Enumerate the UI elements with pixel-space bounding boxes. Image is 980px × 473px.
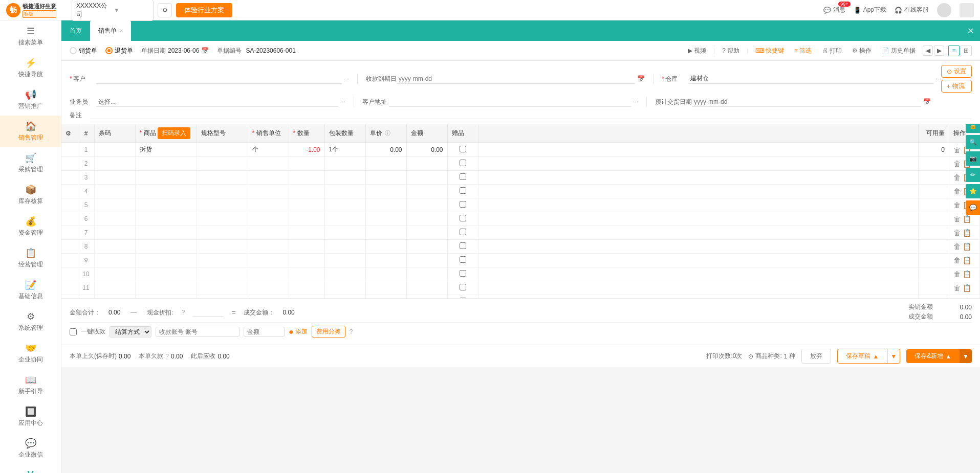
gift-checkbox[interactable] bbox=[460, 146, 466, 152]
sidebar-item-wechat[interactable]: 💬 企业微信 bbox=[0, 433, 61, 464]
customer-addr-input[interactable] bbox=[389, 97, 631, 107]
logistics-action-btn[interactable]: + 物流 bbox=[941, 80, 972, 93]
payment-amount-input[interactable] bbox=[244, 327, 285, 337]
close-all-tabs-icon[interactable]: ✕ bbox=[967, 26, 974, 36]
salesperson-dots-icon[interactable]: ··· bbox=[340, 98, 345, 105]
radio-return[interactable]: 退货单 bbox=[105, 47, 133, 55]
right-float-chat-btn[interactable]: 💬 bbox=[966, 200, 980, 215]
sidebar-item-purchase[interactable]: 🛒 采购管理 bbox=[0, 147, 61, 179]
trial-button[interactable]: 体验行业方案 bbox=[176, 3, 232, 17]
col-settings[interactable]: ⚙ bbox=[61, 124, 78, 143]
view-list-btn[interactable]: ≡ bbox=[948, 45, 960, 56]
app-download-item[interactable]: 📱 App下载 bbox=[854, 6, 886, 14]
add-payment-btn[interactable]: ● 添加 bbox=[289, 327, 308, 336]
save-draft-dropdown-btn[interactable]: ▼ bbox=[887, 349, 900, 364]
delete-row-icon[interactable]: 🗑 bbox=[953, 284, 961, 292]
right-float-star-btn[interactable]: ⭐ bbox=[966, 184, 980, 198]
delete-row-icon[interactable]: 🗑 bbox=[953, 229, 961, 237]
copy-row-icon[interactable]: 📋 bbox=[963, 215, 971, 223]
abandon-button[interactable]: 放弃 bbox=[801, 349, 831, 364]
debt-help-icon[interactable]: ? bbox=[165, 353, 169, 360]
shortcut-btn[interactable]: ⌨ 快捷键 bbox=[752, 46, 787, 56]
history-btn[interactable]: 📄 历史单据 bbox=[879, 46, 919, 56]
sidebar-item-basic[interactable]: 📝 基础信息 bbox=[0, 274, 61, 306]
print-btn[interactable]: 🖨 打印 bbox=[819, 46, 845, 56]
calendar-icon[interactable]: 📅 bbox=[201, 47, 209, 54]
save-new-button[interactable]: 保存&新增 ▲ bbox=[906, 349, 960, 363]
gift-checkbox[interactable] bbox=[460, 173, 466, 180]
tab-home[interactable]: 首页 bbox=[61, 20, 90, 41]
discount-help-icon[interactable]: ? bbox=[182, 309, 185, 316]
right-float-camera-btn[interactable]: 📷 bbox=[966, 151, 980, 166]
video-btn[interactable]: ▶ 视频 bbox=[685, 46, 709, 56]
spec-input[interactable] bbox=[201, 146, 244, 153]
customer-addr-dots-icon[interactable]: ··· bbox=[633, 98, 638, 105]
settings-action-btn[interactable]: ⊙ 设置 bbox=[941, 65, 972, 78]
gift-checkbox[interactable] bbox=[460, 160, 466, 166]
warehouse-input[interactable] bbox=[688, 74, 934, 84]
expected-delivery-input[interactable] bbox=[692, 97, 921, 107]
gift-checkbox[interactable] bbox=[460, 256, 466, 263]
salesperson-input[interactable] bbox=[96, 97, 338, 107]
help-btn[interactable]: ? 帮助 bbox=[719, 46, 743, 56]
gift-checkbox[interactable] bbox=[460, 229, 466, 235]
user-avatar[interactable] bbox=[937, 3, 951, 17]
gift-checkbox[interactable] bbox=[460, 215, 466, 221]
sidebar-item-system[interactable]: ⚙ 系统管理 bbox=[0, 306, 61, 337]
settings-icon[interactable]: ⚙ bbox=[158, 3, 172, 17]
delete-row-icon[interactable]: 🗑 bbox=[953, 215, 961, 223]
sidebar-item-vip[interactable]: V 畅会员 bbox=[0, 464, 61, 473]
online-service-item[interactable]: 🎧 在线客服 bbox=[895, 6, 929, 14]
tab-sales[interactable]: 销售单 × bbox=[90, 20, 131, 41]
delete-row-icon[interactable]: 🗑 bbox=[953, 242, 961, 251]
discount-input[interactable] bbox=[193, 309, 224, 317]
delivery-calendar-icon[interactable]: 📅 bbox=[923, 98, 931, 105]
barcode-input[interactable] bbox=[99, 146, 131, 153]
customer-input[interactable] bbox=[96, 74, 342, 84]
expense-split-btn[interactable]: 费用分摊 bbox=[312, 326, 345, 337]
payment-help-icon[interactable]: ? bbox=[350, 328, 353, 335]
delete-row-icon[interactable]: 🗑 bbox=[953, 201, 961, 209]
delete-row-icon[interactable]: 🗑 bbox=[953, 173, 961, 182]
gift-checkbox[interactable] bbox=[460, 242, 466, 249]
message-item[interactable]: 💬 消息 99+ bbox=[823, 6, 845, 14]
row-barcode-cell[interactable] bbox=[94, 143, 135, 157]
delete-row-icon[interactable]: 🗑 bbox=[953, 160, 961, 168]
sidebar-item-operations[interactable]: 📋 经营管理 bbox=[0, 242, 61, 274]
sidebar-item-apps[interactable]: 🔲 应用中心 bbox=[0, 401, 61, 433]
save-new-dropdown-btn[interactable]: ▼ bbox=[960, 349, 972, 363]
payment-account-input[interactable] bbox=[156, 327, 239, 337]
filter-btn[interactable]: ≡ 筛选 bbox=[791, 46, 815, 56]
product-type-icon[interactable]: ⊙ bbox=[748, 353, 753, 360]
gift-checkbox[interactable] bbox=[460, 284, 466, 290]
sidebar-item-sales[interactable]: 🏠 销售管理 bbox=[0, 116, 61, 147]
payment-due-input[interactable] bbox=[397, 74, 636, 84]
sidebar-item-search[interactable]: ☰ 搜索菜单 bbox=[0, 20, 61, 52]
tab-close-icon[interactable]: × bbox=[120, 28, 123, 34]
prev-record-btn[interactable]: ◀ bbox=[923, 46, 933, 56]
radio-sales[interactable]: 销货单 bbox=[70, 47, 97, 55]
row-spec-cell[interactable] bbox=[197, 143, 248, 157]
scan-button[interactable]: 扫码录入 bbox=[158, 127, 190, 139]
delete-row-icon[interactable]: 🗑 bbox=[953, 146, 961, 154]
payment-calendar-icon[interactable]: 📅 bbox=[637, 75, 645, 82]
payment-method-select[interactable]: 结算方式 bbox=[110, 326, 151, 337]
sidebar-item-finance[interactable]: 💰 资金管理 bbox=[0, 211, 61, 242]
remarks-input[interactable] bbox=[90, 111, 972, 119]
sidebar-item-collab[interactable]: 🤝 企业协同 bbox=[0, 337, 61, 369]
right-float-edit-btn[interactable]: ✏ bbox=[966, 168, 980, 182]
one-click-payment-checkbox[interactable] bbox=[70, 328, 77, 335]
user-menu-btn[interactable] bbox=[960, 3, 974, 17]
save-draft-button[interactable]: 保存草稿 ▲ bbox=[837, 349, 887, 364]
delete-row-icon[interactable]: 🗑 bbox=[953, 187, 961, 195]
sidebar-item-guide[interactable]: 📖 新手引导 bbox=[0, 369, 61, 401]
view-grid-btn[interactable]: ⊞ bbox=[961, 45, 972, 56]
copy-row-icon[interactable]: 📋 bbox=[963, 229, 971, 237]
customer-dots-icon[interactable]: ··· bbox=[344, 75, 349, 82]
sidebar-item-quicknav[interactable]: ⚡ 快捷导航 bbox=[0, 52, 61, 84]
copy-row-icon[interactable]: 📋 bbox=[963, 270, 971, 278]
gift-checkbox[interactable] bbox=[460, 201, 466, 208]
gift-checkbox[interactable] bbox=[460, 270, 466, 277]
sidebar-item-marketing[interactable]: 📢 营销推广 bbox=[0, 84, 61, 116]
delete-row-icon[interactable]: 🗑 bbox=[953, 270, 961, 278]
